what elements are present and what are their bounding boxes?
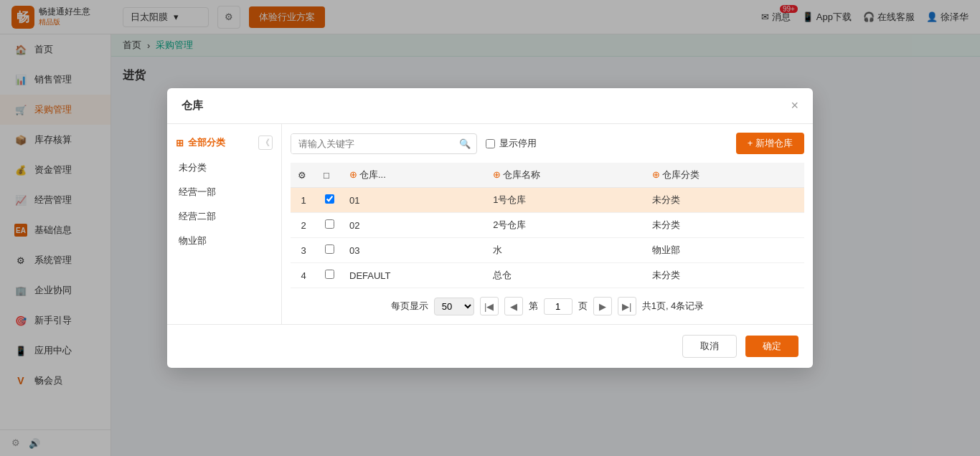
row-name: 2号仓库 (486, 213, 645, 238)
pagination: 每页显示 50 20 100 |◀ ◀ 第 页 ▶ ▶| 共1页, 4条记录 (291, 297, 804, 315)
row-num: 1 (291, 188, 316, 213)
table-row[interactable]: 3 03 水 物业部 (291, 238, 804, 263)
table-row[interactable]: 1 01 1号仓库 未分类 (291, 188, 804, 213)
col-settings[interactable]: ⚙ (291, 163, 316, 188)
total-info: 共1页, 4条记录 (642, 300, 705, 313)
row-num: 2 (291, 213, 316, 238)
cat-all-label: 全部分类 (188, 136, 225, 149)
confirm-button[interactable]: 确定 (745, 336, 798, 357)
row-name: 水 (486, 238, 645, 263)
grid-icon: ⊞ (176, 138, 184, 148)
modal-header: 仓库 × (167, 88, 813, 124)
row-name: 总仓 (486, 263, 645, 288)
col-code[interactable]: ⊕仓库... (342, 163, 486, 188)
row-category: 未分类 (645, 213, 804, 238)
col-name[interactable]: ⊕仓库名称 (486, 163, 645, 188)
col-checkbox: □ (316, 163, 342, 188)
search-input-wrap: 🔍 (291, 133, 477, 154)
page-label: 第 (529, 300, 538, 313)
cat-item-unclassified[interactable]: 未分类 (167, 156, 281, 180)
row-checkbox[interactable] (325, 244, 334, 254)
show-disabled-label: 显示停用 (499, 137, 537, 150)
table-toolbar: 🔍 显示停用 + 新增仓库 (291, 133, 804, 154)
cat-all[interactable]: ⊞ 全部分类 (176, 136, 225, 149)
table-area: 🔍 显示停用 + 新增仓库 ⚙ □ ⊕仓库... (282, 124, 813, 324)
page-prev-btn[interactable]: ◀ (504, 297, 523, 315)
cat-item-dept2[interactable]: 经营二部 (167, 204, 281, 229)
row-code: 01 (342, 188, 486, 213)
category-sidebar: ⊞ 全部分类 《 未分类 经营一部 经营二部 物业部 (167, 124, 282, 324)
page-number-input[interactable] (544, 298, 573, 315)
row-checkbox-cell[interactable] (316, 188, 342, 213)
modal-title: 仓库 (182, 99, 203, 113)
modal-body: ⊞ 全部分类 《 未分类 经营一部 经营二部 物业部 (167, 124, 813, 324)
cat-item-dept1[interactable]: 经营一部 (167, 180, 281, 204)
row-code: DEFAULT (342, 263, 486, 288)
row-num: 4 (291, 263, 316, 288)
row-name: 1号仓库 (486, 188, 645, 213)
page-last-btn[interactable]: ▶| (618, 297, 636, 315)
cancel-button[interactable]: 取消 (682, 335, 737, 358)
row-checkbox[interactable] (325, 194, 334, 204)
show-disabled-checkbox[interactable]: 显示停用 (486, 137, 537, 150)
row-code: 03 (342, 238, 486, 263)
cat-header: ⊞ 全部分类 《 (167, 130, 281, 156)
table-row[interactable]: 2 02 2号仓库 未分类 (291, 213, 804, 238)
per-page-label: 每页显示 (391, 300, 428, 313)
row-category: 未分类 (645, 263, 804, 288)
search-icon[interactable]: 🔍 (453, 134, 476, 153)
warehouse-modal: 仓库 × ⊞ 全部分类 《 未分类 经营一部 (167, 88, 813, 368)
row-category: 物业部 (645, 238, 804, 263)
search-input[interactable] (291, 134, 453, 153)
row-code: 02 (342, 213, 486, 238)
modal-footer: 取消 确定 (167, 324, 813, 368)
page-next-btn[interactable]: ▶ (593, 297, 612, 315)
show-disabled-toggle[interactable] (486, 139, 495, 148)
warehouse-table: ⚙ □ ⊕仓库... ⊕仓库名称 ⊕仓库分类 1 01 1号仓库 未分类 2 0… (291, 163, 804, 288)
row-checkbox[interactable] (325, 219, 334, 229)
row-checkbox-cell[interactable] (316, 238, 342, 263)
cat-item-property[interactable]: 物业部 (167, 229, 281, 253)
row-checkbox[interactable] (325, 270, 334, 279)
row-num: 3 (291, 238, 316, 263)
row-category: 未分类 (645, 188, 804, 213)
per-page-select[interactable]: 50 20 100 (434, 298, 474, 315)
table-row[interactable]: 4 DEFAULT 总仓 未分类 (291, 263, 804, 288)
col-category[interactable]: ⊕仓库分类 (645, 163, 804, 188)
page-first-btn[interactable]: |◀ (480, 297, 499, 315)
cat-collapse-btn[interactable]: 《 (258, 136, 273, 150)
modal-close-button[interactable]: × (791, 98, 798, 113)
page-suffix: 页 (578, 300, 588, 313)
add-warehouse-button[interactable]: + 新增仓库 (736, 133, 804, 154)
row-checkbox-cell[interactable] (316, 263, 342, 288)
row-checkbox-cell[interactable] (316, 213, 342, 238)
modal-overlay: 仓库 × ⊞ 全部分类 《 未分类 经营一部 (0, 0, 980, 456)
